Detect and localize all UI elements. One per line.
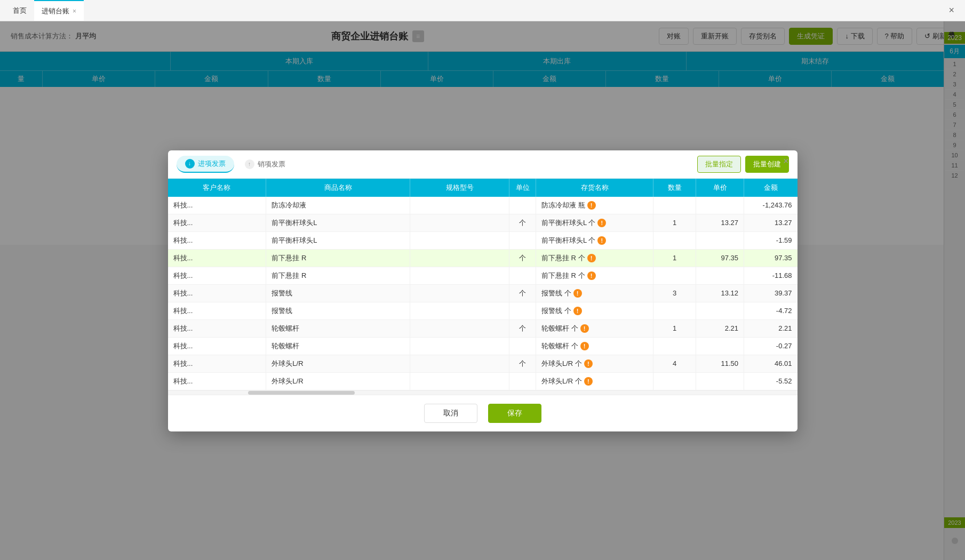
table-cell — [509, 337, 536, 355]
table-cell — [509, 267, 536, 284]
table-cell: -1,243.76 — [744, 197, 797, 214]
table-row: 科技...外球头L/R个外球头L/R 个!411.5046.01 — [168, 355, 797, 372]
table-row: 科技...前平衡杆球头L个前平衡杆球头L 个!113.2713.27 — [168, 214, 797, 231]
table-cell — [410, 267, 509, 284]
table-cell: 46.01 — [744, 355, 797, 372]
table-cell: -11.68 — [744, 267, 797, 284]
table-cell: 97.35 — [696, 249, 744, 267]
table-cell — [410, 231, 509, 249]
warning-icon: ! — [587, 201, 596, 210]
top-bar: 首页 进销台账 × × — [0, 0, 965, 21]
tab-label: 进销台账 — [42, 6, 69, 16]
home-tab[interactable]: 首页 — [5, 0, 34, 21]
cell-inventory: 报警线 个! — [536, 284, 653, 302]
cell-customer: 科技... — [168, 214, 266, 231]
table-cell: 1 — [653, 214, 696, 231]
table-row: 科技...报警线个报警线 个!313.1239.37 — [168, 284, 797, 302]
cell-inventory: 报警线 个! — [536, 302, 653, 319]
modal-footer: 取消 保存 — [168, 395, 797, 431]
table-cell: 97.35 — [744, 249, 797, 267]
batch-create-button[interactable]: 批量创建 — [745, 156, 789, 173]
col-unit: 单位 — [509, 179, 536, 197]
table-cell: 1 — [653, 319, 696, 337]
table-cell: -0.27 — [744, 337, 797, 355]
main-tab[interactable]: 进销台账 × — [34, 0, 84, 21]
table-row: 科技...外球头L/R外球头L/R 个!-5.52 — [168, 372, 797, 390]
table-cell: 个 — [509, 319, 536, 337]
col-customer: 客户名称 — [168, 179, 266, 197]
warning-icon: ! — [584, 359, 593, 368]
table-cell — [509, 231, 536, 249]
table-cell — [696, 372, 744, 390]
modal-tabs: ↓ 进项发票 ↑ 销项发票 — [177, 156, 294, 173]
table-cell — [653, 231, 696, 249]
table-header-row: 客户名称 商品名称 规格型号 单位 存货名称 数量 单价 金额 — [168, 179, 797, 197]
modal-close-button[interactable]: × — [783, 156, 789, 167]
cell-customer: 科技... — [168, 302, 266, 319]
table-cell — [509, 372, 536, 390]
table-cell: 个 — [509, 249, 536, 267]
table-cell — [696, 267, 744, 284]
cell-customer: 科技... — [168, 372, 266, 390]
warning-icon: ! — [580, 342, 589, 350]
table-cell: -4.72 — [744, 302, 797, 319]
table-cell — [410, 355, 509, 372]
cell-product: 报警线 — [266, 284, 410, 302]
table-cell: 11.50 — [696, 355, 744, 372]
save-button[interactable]: 保存 — [488, 404, 541, 423]
table-cell — [696, 337, 744, 355]
tab-outgoing-invoice[interactable]: ↑ 销项发票 — [236, 156, 294, 173]
batch-assign-button[interactable]: 批量指定 — [697, 156, 741, 173]
table-cell — [653, 197, 696, 214]
table-row: 科技...报警线报警线 个!-4.72 — [168, 302, 797, 319]
incoming-tab-icon: ↓ — [185, 159, 195, 169]
cell-product: 报警线 — [266, 302, 410, 319]
cell-inventory: 外球头L/R 个! — [536, 355, 653, 372]
table-row: 科技...前下悬挂 R前下悬挂 R 个!-11.68 — [168, 267, 797, 284]
cancel-button[interactable]: 取消 — [424, 404, 477, 423]
col-amount: 金额 — [744, 179, 797, 197]
invoice-modal: ↓ 进项发票 ↑ 销项发票 批量指定 批量创建 × — [168, 150, 797, 431]
invoice-table: 客户名称 商品名称 规格型号 单位 存货名称 数量 单价 金额 科技...防冻冷… — [168, 179, 797, 390]
cell-customer: 科技... — [168, 355, 266, 372]
table-cell — [410, 197, 509, 214]
invoice-table-body: 科技...防冻冷却液防冻冷却液 瓶!-1,243.76科技...前平衡杆球头L个… — [168, 197, 797, 390]
table-cell — [696, 231, 744, 249]
window-close-icon[interactable]: × — [943, 5, 960, 16]
table-cell — [410, 319, 509, 337]
modal-header-actions: 批量指定 批量创建 — [697, 156, 789, 173]
table-cell — [653, 372, 696, 390]
col-product: 商品名称 — [266, 179, 410, 197]
scrollbar-thumb[interactable] — [248, 391, 355, 395]
table-cell — [410, 214, 509, 231]
table-cell: 2.21 — [744, 319, 797, 337]
cell-inventory: 外球头L/R 个! — [536, 372, 653, 390]
table-cell: 3 — [653, 284, 696, 302]
table-cell — [509, 197, 536, 214]
cell-customer: 科技... — [168, 197, 266, 214]
modal-overlay: ↓ 进项发票 ↑ 销项发票 批量指定 批量创建 × — [0, 21, 965, 560]
cell-customer: 科技... — [168, 284, 266, 302]
incoming-tab-label: 进项发票 — [198, 159, 226, 169]
table-cell — [410, 284, 509, 302]
table-row: 科技...轮毂螺杆个轮毂螺杆 个!12.212.21 — [168, 319, 797, 337]
col-price: 单价 — [696, 179, 744, 197]
modal-table: 客户名称 商品名称 规格型号 单位 存货名称 数量 单价 金额 科技...防冻冷… — [168, 179, 797, 390]
tab-incoming-invoice[interactable]: ↓ 进项发票 — [177, 156, 234, 173]
cell-customer: 科技... — [168, 319, 266, 337]
cell-inventory: 前下悬挂 R 个! — [536, 249, 653, 267]
table-row: 科技...轮毂螺杆轮毂螺杆 个!-0.27 — [168, 337, 797, 355]
modal-horizontal-scrollbar[interactable] — [168, 390, 797, 395]
tab-close-icon[interactable]: × — [73, 7, 76, 15]
cell-inventory: 防冻冷却液 瓶! — [536, 197, 653, 214]
table-cell — [696, 302, 744, 319]
table-cell — [653, 337, 696, 355]
warning-icon: ! — [584, 377, 593, 386]
warning-icon: ! — [573, 289, 582, 298]
modal-header: ↓ 进项发票 ↑ 销项发票 批量指定 批量创建 × — [168, 150, 797, 179]
warning-icon: ! — [573, 307, 582, 315]
outgoing-tab-icon: ↑ — [245, 159, 254, 169]
cell-inventory: 前平衡杆球头L 个! — [536, 231, 653, 249]
table-cell: -5.52 — [744, 372, 797, 390]
table-cell: 13.12 — [696, 284, 744, 302]
